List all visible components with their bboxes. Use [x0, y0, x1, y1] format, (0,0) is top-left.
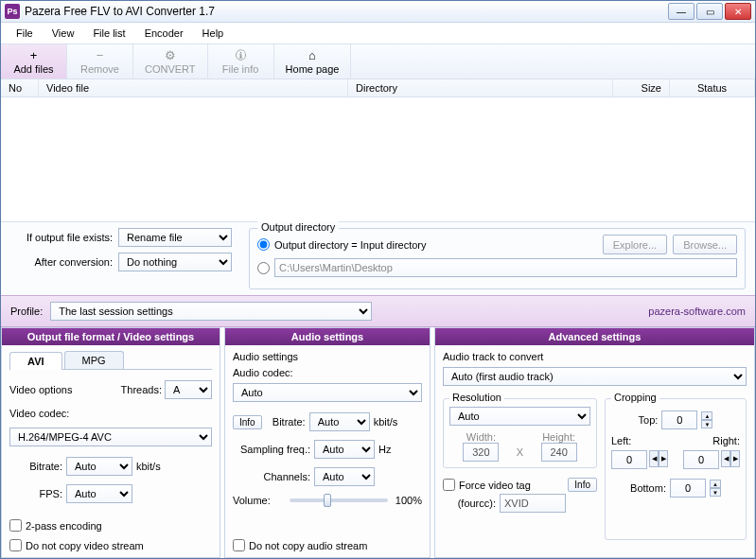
crop-right-inc[interactable]: ▶ [730, 450, 740, 467]
crop-bottom-up[interactable]: ▲ [710, 480, 721, 488]
remove-label: Remove [80, 63, 119, 75]
sampling-label: Sampling freq.: [233, 444, 310, 455]
close-button[interactable]: ✕ [725, 3, 751, 20]
profile-label: Profile: [10, 306, 43, 317]
crop-left-inc[interactable]: ▶ [659, 450, 668, 467]
video-codec-select[interactable]: H.264/MPEG-4 AVC [9, 428, 212, 446]
height-label: Height: [527, 431, 590, 443]
convert-button[interactable]: ⚙ CONVERT [133, 44, 208, 79]
audio-codec-select[interactable]: Auto [233, 383, 422, 402]
volume-label: Volume: [233, 495, 282, 506]
two-pass-check[interactable] [9, 519, 22, 532]
col-size[interactable]: Size [613, 79, 670, 96]
crop-top-up[interactable]: ▲ [701, 411, 712, 420]
force-tag-label: Force video tag [459, 480, 531, 491]
menu-filelist[interactable]: File list [83, 25, 134, 42]
list-body[interactable] [1, 97, 755, 218]
audio-bitrate-select[interactable]: Auto [309, 412, 370, 431]
volume-slider[interactable] [290, 498, 388, 502]
crop-bottom-down[interactable]: ▼ [710, 488, 721, 497]
home-page-label: Home page [286, 63, 340, 75]
audio-codec-label: Audio codec: [233, 367, 422, 378]
home-page-button[interactable]: ⌂ Home page [274, 44, 352, 79]
force-tag-check[interactable] [443, 479, 455, 491]
file-list: No Video file Directory Size Status [1, 79, 755, 221]
toolbar: + Add files − Remove ⚙ CONVERT 🛈 File in… [1, 44, 755, 79]
no-copy-audio-check[interactable] [233, 539, 245, 551]
info-icon: 🛈 [235, 48, 247, 61]
app-icon: Ps [5, 4, 20, 19]
profile-select[interactable]: The last session settings [50, 302, 372, 321]
menu-view[interactable]: View [43, 25, 84, 42]
channels-select[interactable]: Auto [314, 467, 375, 486]
outdir-title: Output directory [257, 221, 339, 233]
channels-label: Channels: [233, 471, 310, 482]
video-bitrate-unit: kbit/s [136, 461, 161, 472]
maximize-button[interactable]: ▭ [696, 3, 723, 20]
crop-top-input[interactable] [661, 411, 697, 429]
remove-button[interactable]: − Remove [67, 44, 133, 79]
if-exists-select[interactable]: Rename file [118, 228, 232, 247]
audio-bitrate-label: Bitrate: [266, 416, 306, 428]
browse-button[interactable]: Browse... [673, 235, 737, 254]
menu-encoder[interactable]: Encoder [135, 25, 193, 42]
convert-icon: ⚙ [165, 48, 176, 61]
outdir-path-radio[interactable] [257, 262, 270, 274]
sampling-unit: Hz [378, 444, 391, 455]
fourcc-info-button[interactable]: Info [568, 478, 597, 492]
crop-left-label: Left: [611, 435, 631, 446]
fourcc-label: (fourcc): [443, 498, 496, 509]
col-no[interactable]: No [1, 79, 39, 96]
fps-select[interactable]: Auto [66, 484, 132, 503]
convert-label: CONVERT [145, 63, 196, 75]
menubar: File View File list Encoder Help [1, 23, 755, 44]
menu-file[interactable]: File [7, 25, 43, 42]
if-exists-label: If output file exists: [10, 232, 113, 243]
crop-right-dec[interactable]: ◀ [721, 450, 730, 467]
col-file[interactable]: Video file [39, 79, 348, 96]
x-label: X [517, 435, 523, 458]
crop-left-dec[interactable]: ◀ [649, 450, 659, 467]
crop-right-input[interactable] [683, 450, 719, 469]
crop-left-input[interactable] [611, 450, 647, 469]
volume-value: 100% [396, 495, 422, 506]
home-icon: ⌂ [308, 48, 316, 61]
tab-mpg[interactable]: MPG [64, 351, 124, 369]
col-status[interactable]: Status [670, 79, 755, 96]
minus-icon: − [97, 48, 104, 61]
track-select[interactable]: Auto (first audio track) [443, 367, 747, 386]
width-label: Width: [449, 431, 513, 443]
after-conv-select[interactable]: Do nothing [118, 253, 232, 271]
no-copy-video-check[interactable] [9, 539, 22, 551]
resolution-select[interactable]: Auto [449, 407, 590, 426]
audio-section-label: Audio settings [233, 351, 422, 362]
outdir-same-radio[interactable] [257, 238, 270, 251]
advanced-panel-header: Advanced settings [435, 328, 754, 345]
explore-button[interactable]: Explore... [603, 235, 667, 254]
file-info-button[interactable]: 🛈 File info [208, 44, 274, 79]
cropping-title: Cropping [611, 392, 659, 403]
crop-top-down[interactable]: ▼ [701, 420, 712, 428]
add-files-button[interactable]: + Add files [1, 44, 67, 79]
outdir-path-input[interactable] [274, 258, 737, 277]
video-bitrate-select[interactable]: Auto [66, 457, 132, 476]
track-label: Audio track to convert [443, 351, 747, 362]
window-title: Pazera Free FLV to AVI Converter 1.7 [25, 5, 668, 18]
audio-info-button[interactable]: Info [233, 415, 262, 429]
video-bitrate-label: Bitrate: [21, 461, 62, 472]
website-link[interactable]: pazera-software.com [648, 306, 746, 317]
crop-right-label: Right: [712, 435, 740, 446]
threads-select[interactable]: Auto [165, 380, 212, 399]
sampling-select[interactable]: Auto [314, 440, 375, 459]
height-input [541, 443, 577, 462]
file-info-label: File info [222, 63, 259, 75]
fourcc-input[interactable] [500, 494, 566, 513]
menu-help[interactable]: Help [193, 25, 234, 42]
col-dir[interactable]: Directory [348, 79, 613, 96]
two-pass-label: 2-pass encoding [26, 520, 102, 532]
add-files-label: Add files [13, 63, 53, 75]
minimize-button[interactable]: — [668, 3, 694, 20]
audio-bitrate-unit: kbit/s [374, 416, 398, 428]
crop-bottom-input[interactable] [670, 479, 706, 498]
tab-avi[interactable]: AVI [9, 352, 62, 370]
